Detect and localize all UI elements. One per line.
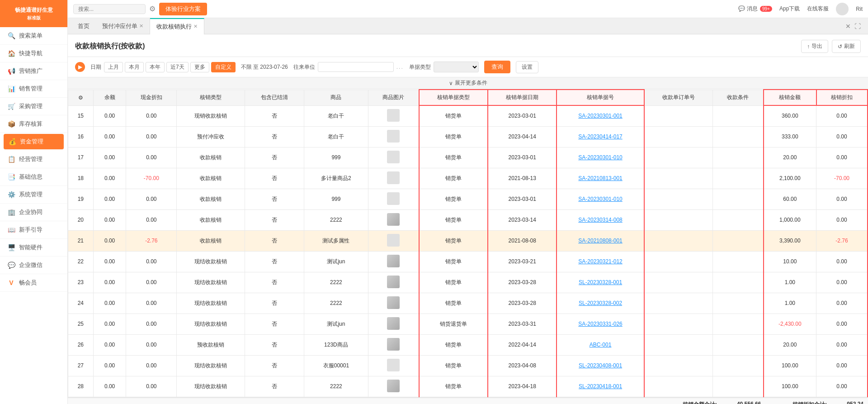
sidebar-item-purchase[interactable]: 🛒 采购管理 — [0, 98, 67, 115]
sidebar-item-guide[interactable]: 📖 新手引导 — [0, 221, 67, 239]
cell-writeoff-bill-no[interactable]: SA-20210808-001 — [557, 230, 644, 251]
sidebar-item-operations[interactable]: 📋 经营管理 — [0, 151, 67, 168]
settings-icon[interactable]: ⚙ — [149, 5, 156, 13]
cell-cash-discount: 0.00 — [126, 105, 177, 126]
cell-writeoff-amount: 100.00 — [764, 355, 816, 376]
cell-balance: 0.00 — [93, 334, 126, 355]
tab-close-prepay[interactable]: ✕ — [139, 23, 143, 29]
cell-include-settled: 否 — [245, 251, 304, 272]
cell-balance: 0.00 — [93, 147, 126, 168]
date-btn-more[interactable]: 更多 — [190, 62, 209, 72]
bill-no-link[interactable]: ABC-001 — [590, 342, 612, 348]
bill-no-link[interactable]: SA-20230414-017 — [578, 133, 622, 140]
sidebar-item-base-info[interactable]: 📑 基础信息 — [0, 168, 67, 186]
cell-writeoff-bill-no[interactable]: SA-20230301-010 — [557, 189, 644, 209]
total-amount-label: 核销金额合计: — [683, 401, 717, 404]
cell-writeoff-bill-no[interactable]: SA-20230331-026 — [557, 314, 644, 334]
order-type-select[interactable] — [434, 62, 479, 72]
money-icon: 💰 — [8, 138, 16, 145]
date-btn-last-month[interactable]: 上月 — [104, 62, 123, 72]
refresh-button[interactable]: ↺ 刷新 — [832, 40, 861, 53]
sidebar-item-quick-nav[interactable]: 🏠 快捷导航 — [0, 45, 67, 62]
bill-no-link[interactable]: SA-20210813-001 — [578, 175, 622, 181]
cell-num: 19 — [68, 189, 94, 209]
cell-writeoff-bill-no[interactable]: SL-20230328-002 — [557, 293, 644, 314]
app-download-link[interactable]: App下载 — [779, 5, 800, 13]
cell-writeoff-bill-no[interactable]: SA-20230301-001 — [557, 105, 644, 126]
cell-cash-discount: 0.00 — [126, 126, 177, 147]
cell-writeoff-bill-no[interactable]: SL-20230408-001 — [557, 355, 644, 376]
online-service-link[interactable]: 在线客服 — [807, 5, 829, 13]
bill-no-link[interactable]: SL-20230408-001 — [579, 362, 622, 369]
partner-dots: ... — [396, 64, 404, 70]
export-button[interactable]: ↑ 导出 — [801, 40, 828, 53]
cell-writeoff-amount: 2,100.00 — [764, 168, 816, 189]
filter-expand-button[interactable]: ▶ — [75, 62, 85, 72]
cell-writeoff-discount: 0.00 — [816, 147, 868, 168]
tab-home[interactable]: 首页 — [71, 22, 96, 30]
bill-no-link[interactable]: SA-20230301-001 — [578, 113, 622, 119]
solution-button[interactable]: 体验行业方案 — [159, 3, 207, 15]
bill-no-link[interactable]: SL-20230418-001 — [579, 383, 622, 390]
tab-prepay[interactable]: 预付冲应付单 ✕ — [96, 18, 150, 34]
sidebar-item-sales[interactable]: 📊 销售管理 — [0, 80, 67, 98]
bill-no-link[interactable]: SA-20230314-008 — [578, 217, 622, 223]
bill-no-link[interactable]: SA-20230321-012 — [578, 258, 622, 265]
tab-close-collection[interactable]: ✕ — [193, 24, 198, 29]
cell-writeoff-bill-no[interactable]: ABC-001 — [557, 334, 644, 355]
cell-writeoff-type: 现结收款核销 — [177, 251, 245, 272]
sidebar-item-hardware[interactable]: 🖥️ 智能硬件 — [0, 239, 67, 257]
cell-writeoff-bill-no[interactable]: SL-20230328-001 — [557, 272, 644, 293]
tab-collection[interactable]: 收款核销执行 ✕ — [150, 18, 204, 34]
close-tab-icon[interactable]: ✕ — [845, 23, 851, 30]
sidebar-item-enterprise[interactable]: 🏢 企业协同 — [0, 204, 67, 221]
bill-no-link[interactable]: SA-20230301-010 — [578, 196, 622, 202]
cell-writeoff-type: 预付冲应收 — [177, 126, 245, 147]
bill-no-link[interactable]: SA-20230331-026 — [578, 321, 622, 327]
date-btn-this-year[interactable]: 本年 — [146, 62, 165, 72]
sidebar-item-finance[interactable]: 💰 资金管理 — [4, 134, 64, 150]
cell-writeoff-discount: 0.00 — [816, 355, 868, 376]
cell-product-img — [368, 105, 419, 126]
sidebar-item-search[interactable]: 🔍 搜索菜单 — [0, 27, 67, 45]
cell-writeoff-bill-date: 2023-03-31 — [488, 314, 557, 334]
expand-conditions-bar[interactable]: ∨ 展开更多条件 — [68, 77, 868, 89]
date-btn-7days[interactable]: 近7天 — [166, 62, 189, 72]
cell-product-img — [368, 189, 419, 209]
date-btn-this-month[interactable]: 本月 — [125, 62, 144, 72]
cell-balance: 0.00 — [93, 168, 126, 189]
query-button[interactable]: 查询 — [484, 61, 510, 73]
sidebar-item-member[interactable]: V 畅会员 — [0, 274, 67, 292]
avatar[interactable] — [836, 3, 849, 15]
bill-no-link[interactable]: SA-20230301-010 — [578, 154, 622, 161]
cell-writeoff-bill-no[interactable]: SA-20230414-017 — [557, 126, 644, 147]
cell-writeoff-bill-no[interactable]: SA-20230301-010 — [557, 147, 644, 168]
top-search-input[interactable] — [73, 4, 146, 14]
cell-receipt-order-no — [644, 105, 712, 126]
cell-receipt-condition — [712, 251, 764, 272]
doc-icon: 📑 — [7, 173, 15, 181]
cell-writeoff-bill-no[interactable]: SA-20230321-012 — [557, 251, 644, 272]
table-settings-button[interactable]: 设置 — [516, 61, 538, 73]
cell-writeoff-type: 收款核销 — [177, 189, 245, 209]
cell-writeoff-bill-no[interactable]: SA-20230314-008 — [557, 209, 644, 230]
cell-writeoff-bill-no[interactable]: SL-20230418-001 — [557, 376, 644, 397]
bill-no-link[interactable]: SL-20230328-002 — [579, 300, 622, 306]
sidebar-item-inventory[interactable]: 📦 库存核算 — [0, 115, 67, 133]
col-settings[interactable]: ⚙ — [68, 90, 94, 105]
bill-no-link[interactable]: SA-20210808-001 — [578, 238, 622, 244]
col-cash-discount: 现金折扣 — [126, 90, 177, 105]
sidebar-item-wechat[interactable]: 💬 企业微信 — [0, 257, 67, 274]
total-amount-value: 40,556,66... — [737, 401, 765, 404]
chart-icon: 📊 — [7, 85, 15, 92]
sidebar-item-sys-mgmt[interactable]: ⚙️ 系统管理 — [0, 186, 67, 204]
table-row: 28 0.00 0.00 现结收款核销 否 2222 销货单 2023-04-1… — [68, 376, 868, 397]
sidebar-item-marketing[interactable]: 📢 营销推广 — [0, 62, 67, 80]
date-btn-custom[interactable]: 自定义 — [211, 62, 236, 72]
cell-writeoff-bill-type: 销货单 — [419, 376, 488, 397]
cell-writeoff-bill-no[interactable]: SA-20210813-001 — [557, 168, 644, 189]
maximize-icon[interactable]: ⛶ — [854, 23, 861, 30]
message-area[interactable]: 💬 消息 99+ — [738, 5, 772, 13]
bill-no-link[interactable]: SL-20230328-001 — [579, 279, 622, 285]
partner-input[interactable] — [318, 62, 394, 72]
